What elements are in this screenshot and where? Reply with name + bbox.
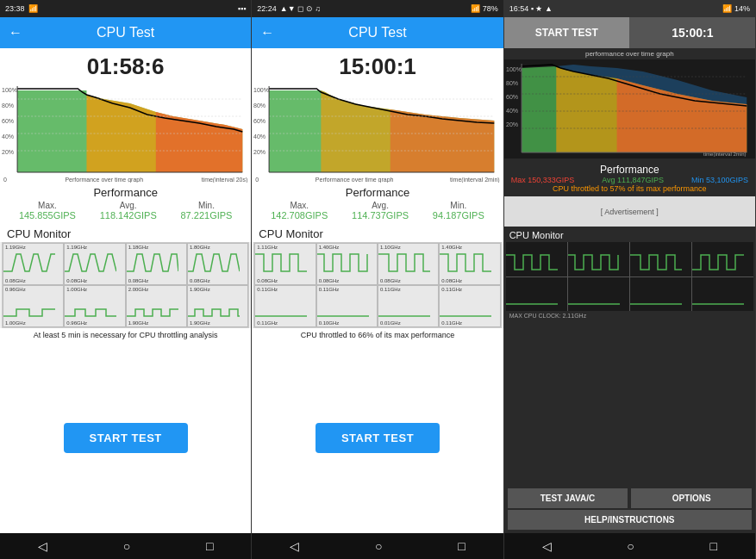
nav-recents-1[interactable]: □ <box>206 539 213 553</box>
cpu-cell-1-3: 1.80GHz 0.08GHz <box>187 243 248 285</box>
start-button-1[interactable]: START TEST <box>64 423 188 453</box>
svg-text:80%: 80% <box>253 102 266 109</box>
status-bar-1: 23:38 📶 ▪▪▪ <box>0 0 251 17</box>
graph-title-1: Performance over time graph <box>65 177 143 183</box>
test-java-button[interactable]: TEST JAVA/C <box>508 488 628 508</box>
nav-bar-2: ◁ ○ □ <box>252 533 503 559</box>
cpu-monitor-title-1: CPU Monitor <box>0 224 251 242</box>
graph-footer-right-2: time(interval 2min) <box>450 177 500 183</box>
status-bar-right-3: 📶 14% <box>722 4 750 13</box>
cpu-cell-1-1: 1.19GHz 0.08GHz <box>64 243 125 285</box>
panel-2: 22:24 ▲▼ ◻ ⊙ ♫ 📶 78% ← CPU Test 15:00:1 … <box>252 0 503 559</box>
perf-title-1: Performance <box>7 186 244 199</box>
p3-cpu-cell-0 <box>506 242 567 276</box>
perf-stats-1: Max. 145.855GIPS Avg. 118.142GIPS Min. 8… <box>7 201 244 220</box>
time-3: 16:54 <box>509 4 529 13</box>
cpu-monitor-title-2: CPU Monitor <box>252 224 503 242</box>
cpu-cell-2-2: 1.10GHz 0.08GHz <box>378 243 439 285</box>
battery-2: 78% <box>483 4 498 13</box>
status-message-1: At least 5 min is necessary for CPU thro… <box>0 328 251 342</box>
nav-bar-1: ◁ ○ □ <box>0 533 251 559</box>
start-btn-container-1: START TEST <box>0 342 251 533</box>
start-button-2[interactable]: START TEST <box>316 423 440 453</box>
status-bar-2: 22:24 ▲▼ ◻ ⊙ ♫ 📶 78% <box>252 0 503 17</box>
panel-3: 16:54 ▪ ★ ▲ 📶 14% START TEST 15:00:1 per… <box>504 0 756 559</box>
ad-text-3: [ Advertisement ] <box>601 208 659 216</box>
cpu-monitor-3: CPU Monitor <box>504 227 755 485</box>
action-bar-3: START TEST 15:00:1 <box>504 17 755 48</box>
svg-text:40%: 40% <box>253 134 266 140</box>
perf-min-2: Min. 94.187GIPS <box>433 201 484 220</box>
perf-max-2: Max. 142.708GIPS <box>271 201 328 220</box>
p3-cpu-cell-6 <box>630 277 691 312</box>
p3-cpu-cell-4 <box>506 277 567 312</box>
icons-3: ▪ ★ ▲ <box>531 4 553 13</box>
status-bar-left-1: 23:38 📶 <box>5 4 38 13</box>
svg-text:80%: 80% <box>2 102 14 109</box>
svg-text:60%: 60% <box>506 94 518 100</box>
graph-label-3: performance over time graph <box>504 48 755 59</box>
perf-max-1: Max. 145.855GIPS <box>19 201 76 220</box>
max-cpu-label-3: MAX CPU CLOCK: 2.11GHz <box>506 311 753 320</box>
svg-text:40%: 40% <box>2 134 14 140</box>
cpu-monitor-grid-2: 1.11GHz 0.08GHz 1.40GHz 0.08GHz 1.10GHz … <box>253 242 501 328</box>
timer-2: 15:00:1 <box>252 48 503 82</box>
nav-home-1[interactable]: ○ <box>123 539 130 553</box>
graph-footer-right-1: time(interval 20s) <box>202 177 248 183</box>
nav-home-2[interactable]: ○ <box>375 539 382 553</box>
perf-stats-3: Max 150,333GIPS Avg 111,847GIPS Min 53,1… <box>511 176 748 184</box>
graph-footer-1: 0 Performance over time graph time(inter… <box>0 177 251 183</box>
perf-avg-3: Avg 111,847GIPS <box>602 176 664 184</box>
options-button[interactable]: OPTIONS <box>631 488 752 508</box>
back-button-1[interactable]: ← <box>9 25 22 40</box>
nav-back-3[interactable]: ◁ <box>542 539 552 553</box>
svg-text:20%: 20% <box>253 149 266 155</box>
svg-text:time(interval 2min): time(interval 2min) <box>703 152 746 157</box>
graph-3: performance over time graph 100% 80% 60%… <box>504 48 755 160</box>
app-bar-1: ← CPU Test <box>0 17 251 48</box>
perf-section-3: Performance Max 150,333GIPS Avg 111,847G… <box>504 160 755 196</box>
graph-1: 100% 80% 60% 40% 20% <box>0 82 251 177</box>
nav-home-3[interactable]: ○ <box>627 539 634 553</box>
cpu-cell-2-0: 1.11GHz 0.08GHz <box>254 243 316 285</box>
cpu-cell-1-0: 1.19GHz 0.08GHz <box>3 243 64 285</box>
p3-cpu-cell-1 <box>568 242 629 276</box>
battery-3: 14% <box>734 4 750 13</box>
app-bar-2: ← CPU Test <box>252 17 503 48</box>
nav-recents-2[interactable]: □ <box>458 539 465 553</box>
btn-row-3: TEST JAVA/C OPTIONS <box>508 488 752 508</box>
cpu-cell-1-5: 1.00GHz 0.96GHz <box>64 285 125 327</box>
perf-min-3: Min 53,100GIPS <box>691 176 748 184</box>
time-2: 22:24 <box>257 4 277 13</box>
help-instructions-button[interactable]: HELP/INSTRUCTIONS <box>508 510 752 530</box>
nav-recents-3[interactable]: □ <box>710 539 717 553</box>
battery-icon-1: ▪▪▪ <box>238 4 247 13</box>
cpu-cell-2-1: 1.40GHz 0.08GHz <box>316 243 378 285</box>
status-bar-left-3: 16:54 ▪ ★ ▲ <box>509 4 553 13</box>
nav-back-2[interactable]: ◁ <box>290 539 299 553</box>
perf-avg-2: Avg. 114.737GIPS <box>352 201 409 220</box>
perf-title-3: Performance <box>511 164 748 176</box>
app-bar-title-1: CPU Test <box>97 25 154 40</box>
wifi-3: 📶 <box>722 4 732 13</box>
p3-cpu-cell-7 <box>692 277 753 312</box>
status-bar-3: 16:54 ▪ ★ ▲ 📶 14% <box>504 0 755 17</box>
nav-bar-3: ◁ ○ □ <box>504 533 755 559</box>
status-bar-left-2: 22:24 ▲▼ ◻ ⊙ ♫ <box>257 4 321 13</box>
timer-3: 15:00:1 <box>630 17 755 48</box>
status-bar-right-2: 📶 78% <box>471 4 498 13</box>
p3-cpu-cell-2 <box>630 242 691 276</box>
svg-text:60%: 60% <box>2 118 14 124</box>
graph-footer-left-1: 0 <box>3 177 7 183</box>
perf-max-3: Max 150,333GIPS <box>511 176 575 184</box>
cpu-grid-3 <box>506 242 753 311</box>
nav-back-1[interactable]: ◁ <box>38 539 47 553</box>
start-button-3[interactable]: START TEST <box>504 17 630 48</box>
graph-footer-left-2: 0 <box>255 177 259 183</box>
panel-1: 23:38 📶 ▪▪▪ ← CPU Test 01:58:6 100% 80% … <box>0 0 252 559</box>
status-message-2: CPU throttled to 66% of its max performa… <box>252 328 503 342</box>
perf-min-1: Min. 87.221GIPS <box>181 201 233 220</box>
back-button-2[interactable]: ← <box>260 25 274 40</box>
cpu-cell-1-6: 2.00GHz 1.90GHz <box>126 285 187 327</box>
svg-text:80%: 80% <box>506 80 518 86</box>
